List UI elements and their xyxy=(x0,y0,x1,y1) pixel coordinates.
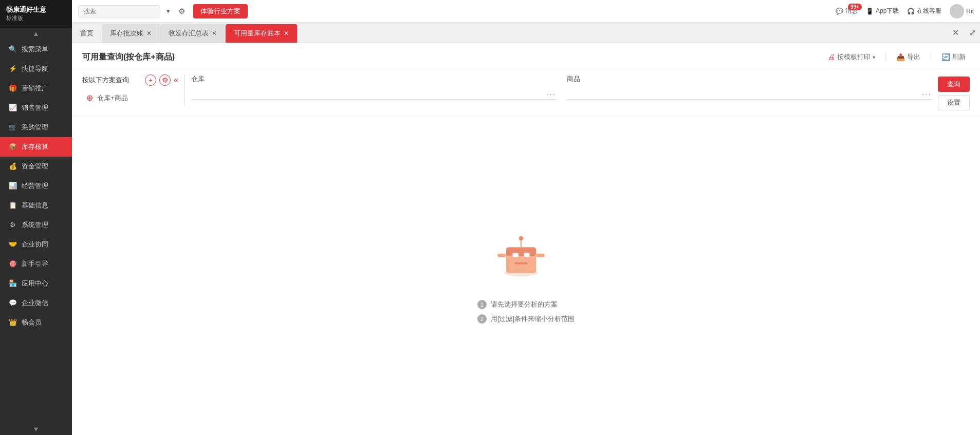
tab-expand-button[interactable]: ⤢ xyxy=(965,26,980,40)
svg-rect-7 xyxy=(536,254,545,257)
topbar-chevron-icon[interactable]: ▾ xyxy=(164,5,172,17)
step-1-text: 请先选择要分析的方案 xyxy=(491,300,558,309)
filter-header: 按以下方案查询 + ⚙ « xyxy=(82,74,178,86)
sidebar-header: 畅康通好生意 标准版 xyxy=(0,0,72,28)
sidebar-item-newbie[interactable]: 🎯 新手引导 xyxy=(0,254,72,274)
query-button[interactable]: 查询 xyxy=(938,77,970,92)
svg-point-9 xyxy=(519,236,523,240)
sidebar-item-wechat[interactable]: 💬 企业微信 xyxy=(0,293,72,313)
user-name: Rit xyxy=(966,8,974,15)
sidebar-scroll-down[interactable]: ▼ xyxy=(0,423,72,435)
sidebar-item-label: 营销推广 xyxy=(22,84,48,93)
app-download-icon: 📱 xyxy=(866,8,874,15)
sidebar-item-purchase[interactable]: 🛒 采购管理 xyxy=(0,118,72,137)
sidebar-item-operation[interactable]: 📊 经营管理 xyxy=(0,176,72,196)
tab-bar: 首页 库存批次账 ✕ 收发存汇总表 ✕ 可用量库存账本 ✕ ✕ ⤢ xyxy=(72,23,980,43)
tab-batch-ledger-close[interactable]: ✕ xyxy=(146,30,152,37)
page-header: 可用量查询(按仓库+商品) 🖨 按模板打印 ▾ 📤 导出 🔄 刷新 xyxy=(72,43,980,69)
app-version: 标准版 xyxy=(6,14,66,22)
warehouse-input[interactable] xyxy=(191,89,543,97)
sidebar-item-shortcut[interactable]: ⚡ 快捷导航 xyxy=(0,59,72,79)
print-icon: 🖨 xyxy=(828,53,835,61)
product-field: 商品 ... xyxy=(567,74,932,100)
sidebar-scroll-up[interactable]: ▲ xyxy=(0,28,72,40)
svg-rect-5 xyxy=(514,262,527,264)
purchase-icon: 🛒 xyxy=(8,123,17,132)
export-icon: 📤 xyxy=(896,53,905,61)
member-icon: 👑 xyxy=(8,318,17,327)
product-input[interactable] xyxy=(567,89,919,97)
sidebar-item-label: 搜索菜单 xyxy=(22,45,48,54)
sidebar-item-label: 经营管理 xyxy=(22,181,48,191)
refresh-button[interactable]: 🔄 刷新 xyxy=(937,50,970,64)
action-divider-2 xyxy=(931,53,931,61)
sidebar-item-label: 企业微信 xyxy=(22,298,48,308)
page-header-actions: 🖨 按模板打印 ▾ 📤 导出 🔄 刷新 xyxy=(824,50,970,64)
sidebar-item-label: 新手引导 xyxy=(22,259,48,269)
export-button[interactable]: 📤 导出 xyxy=(892,50,924,64)
sidebar-item-finance[interactable]: 💰 资金管理 xyxy=(0,157,72,176)
tab-available-ledger-label: 可用量库存账本 xyxy=(234,29,281,38)
filter-add-button[interactable]: + xyxy=(145,74,156,86)
basic-icon: 📋 xyxy=(8,201,17,210)
add-icon: + xyxy=(149,76,153,84)
sidebar-item-inventory[interactable]: 📦 库存核算 xyxy=(0,137,72,157)
print-chevron-icon[interactable]: ▾ xyxy=(873,54,875,60)
topbar-app-download[interactable]: 📱 App下载 xyxy=(866,7,899,15)
filter-collapse-icon[interactable]: « xyxy=(174,75,178,85)
sidebar-item-label: 基础信息 xyxy=(22,201,48,210)
message-icon: 💬 xyxy=(836,8,843,15)
shortcut-icon: ⚡ xyxy=(8,64,17,73)
service-label: 在线客服 xyxy=(917,7,941,15)
empty-step-1: 1 请先选择要分析的方案 xyxy=(477,300,575,309)
sidebar-item-marketing[interactable]: 🎁 营销推广 xyxy=(0,79,72,98)
tab-inventory-summary-close[interactable]: ✕ xyxy=(212,30,217,37)
sidebar-item-label: 企业协同 xyxy=(22,240,48,249)
product-label: 商品 xyxy=(567,74,932,84)
sidebar-item-appstore[interactable]: 🏪 应用中心 xyxy=(0,274,72,293)
topbar-search-input[interactable] xyxy=(78,5,160,17)
topbar-user[interactable]: Rit xyxy=(950,4,974,18)
sidebar-item-enterprise[interactable]: 🤝 企业协同 xyxy=(0,235,72,254)
tab-close-all-button[interactable]: ✕ xyxy=(948,26,963,40)
sidebar: 畅康通好生意 标准版 ▲ 🔍 搜索菜单 ⚡ 快捷导航 🎁 营销推广 📈 销售管理… xyxy=(0,0,72,435)
product-input-wrap: ... xyxy=(567,86,932,100)
sidebar-item-sales[interactable]: 📈 销售管理 xyxy=(0,98,72,118)
print-template-button[interactable]: 🖨 按模板打印 ▾ xyxy=(824,50,879,64)
empty-robot-icon xyxy=(495,228,547,279)
avatar xyxy=(950,4,964,18)
tab-available-ledger-close[interactable]: ✕ xyxy=(284,30,289,37)
empty-illustration xyxy=(495,228,557,290)
page-title: 可用量查询(按仓库+商品) xyxy=(82,52,175,63)
topbar-right: 💬 消息 99+ 📱 App下载 🎧 在线客服 Rit xyxy=(836,4,974,18)
sidebar-menu: 🔍 搜索菜单 ⚡ 快捷导航 🎁 营销推广 📈 销售管理 🛒 采购管理 📦 库存核… xyxy=(0,40,72,423)
topbar-online-service[interactable]: 🎧 在线客服 xyxy=(907,7,941,15)
empty-step-2: 2 用[过滤]条件来缩小分析范围 xyxy=(477,314,575,324)
warehouse-field: 仓库 ... xyxy=(191,74,557,100)
sidebar-item-label: 应用中心 xyxy=(22,279,48,288)
step-2-number: 2 xyxy=(477,314,487,324)
product-dots-button[interactable]: ... xyxy=(922,88,932,97)
topbar-gear-icon[interactable]: ⚙ xyxy=(176,5,187,18)
filter-scheme-item[interactable]: ⊕ 仓库+商品 xyxy=(82,90,178,106)
sidebar-item-label: 系统管理 xyxy=(22,220,48,230)
tab-batch-ledger-label: 库存批次账 xyxy=(110,29,143,38)
tab-home[interactable]: 首页 xyxy=(72,24,102,43)
sales-icon: 📈 xyxy=(8,103,17,112)
sidebar-item-basic[interactable]: 📋 基础信息 xyxy=(0,196,72,215)
step-1-number: 1 xyxy=(477,300,487,309)
filter-settings-button[interactable]: ⚙ xyxy=(159,74,171,86)
main-content: ▾ ⚙ 体验行业方案 💬 消息 99+ 📱 App下载 🎧 在线客服 Rit xyxy=(72,0,980,435)
sidebar-item-search[interactable]: 🔍 搜索菜单 xyxy=(0,40,72,59)
settings-button[interactable]: 设置 xyxy=(938,95,970,110)
warehouse-dots-button[interactable]: ... xyxy=(546,88,556,97)
tab-batch-ledger[interactable]: 库存批次账 ✕ xyxy=(102,24,160,43)
sidebar-item-system[interactable]: ⚙ 系统管理 xyxy=(0,215,72,235)
sidebar-item-label: 库存核算 xyxy=(22,142,48,152)
industry-solution-button[interactable]: 体验行业方案 xyxy=(193,4,248,18)
print-label: 按模板打印 xyxy=(837,52,871,62)
tab-inventory-summary[interactable]: 收发存汇总表 ✕ xyxy=(160,24,226,43)
tab-available-ledger[interactable]: 可用量库存账本 ✕ xyxy=(226,24,298,43)
sidebar-item-member[interactable]: 👑 畅会员 xyxy=(0,313,72,332)
topbar-message[interactable]: 💬 消息 99+ xyxy=(836,7,858,15)
